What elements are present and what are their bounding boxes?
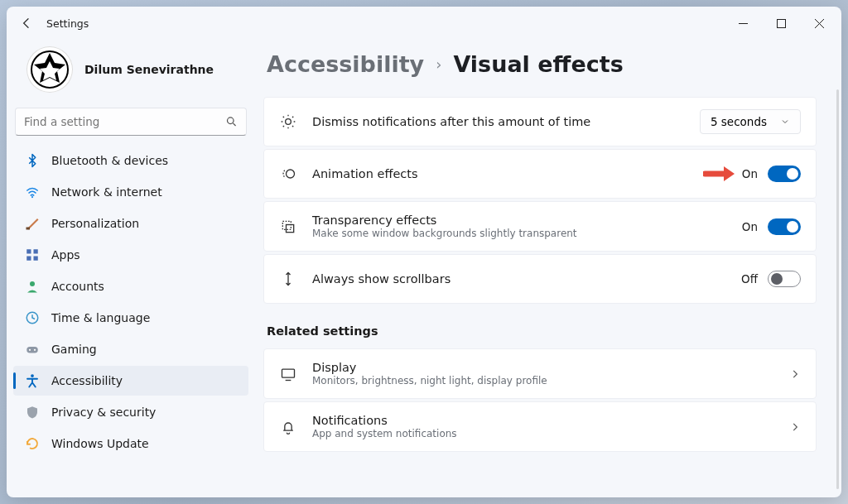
sidebar-item-apps[interactable]: Apps <box>13 240 248 270</box>
page-title: Visual effects <box>453 51 623 77</box>
animation-icon <box>279 166 297 182</box>
dropdown-value: 5 seconds <box>711 115 767 128</box>
svg-rect-12 <box>26 257 31 261</box>
main-content: Accessibility › Visual effects Dismiss n… <box>255 40 841 497</box>
accessibility-icon <box>25 373 40 388</box>
svg-point-19 <box>31 374 34 377</box>
sidebar-item-shield[interactable]: Privacy & security <box>13 397 248 427</box>
setting-title: Always show scrollbars <box>312 272 450 286</box>
titlebar: Settings <box>7 7 841 40</box>
settings-window: Settings Dilum Senevirathne <box>7 7 841 497</box>
svg-rect-1 <box>777 19 785 27</box>
update-icon <box>25 436 40 451</box>
chevron-right-icon: › <box>436 55 441 73</box>
brush-icon <box>25 216 40 231</box>
timer-icon <box>279 113 297 130</box>
window-controls <box>724 7 838 40</box>
breadcrumb-parent[interactable]: Accessibility <box>267 51 424 77</box>
person-icon <box>25 279 40 294</box>
sidebar-item-label: Personalization <box>51 217 139 230</box>
svg-point-17 <box>29 349 31 351</box>
sidebar-item-clock[interactable]: Time & language <box>13 303 248 333</box>
chevron-down-icon <box>780 117 790 127</box>
sidebar-item-label: Network & internet <box>51 185 162 199</box>
transparency-icon <box>279 218 297 235</box>
svg-rect-16 <box>26 347 38 353</box>
nav-list: Bluetooth & devicesNetwork & internetPer… <box>13 146 248 458</box>
app-title: Settings <box>46 17 89 30</box>
related-bell[interactable]: Notifications App and system notificatio… <box>263 401 817 452</box>
toggle-state-label: Off <box>741 272 758 286</box>
minimize-button[interactable] <box>724 7 762 40</box>
sidebar-item-label: Windows Update <box>51 437 149 450</box>
sidebar-item-label: Apps <box>51 248 80 262</box>
sidebar-item-label: Accessibility <box>51 374 123 387</box>
chevron-right-icon <box>789 368 801 380</box>
sidebar-item-label: Accounts <box>51 280 104 293</box>
svg-point-21 <box>287 170 295 178</box>
scrollbar[interactable] <box>836 89 839 489</box>
setting-animation: Animation effects On <box>263 149 817 199</box>
chevron-right-icon <box>789 421 801 433</box>
svg-point-6 <box>227 118 234 124</box>
sidebar-item-label: Bluetooth & devices <box>51 154 168 167</box>
shield-icon <box>25 405 40 420</box>
dismiss-time-dropdown[interactable]: 5 seconds <box>700 109 801 134</box>
user-name: Dilum Senevirathne <box>84 63 214 76</box>
bell-icon <box>279 419 297 435</box>
sidebar-item-person[interactable]: Accounts <box>13 271 248 301</box>
breadcrumb: Accessibility › Visual effects <box>263 51 825 77</box>
apps-icon <box>25 247 40 262</box>
svg-rect-23 <box>287 224 294 232</box>
sidebar-item-wifi[interactable]: Network & internet <box>13 177 248 207</box>
sidebar-item-update[interactable]: Windows Update <box>13 429 248 458</box>
avatar <box>26 46 73 93</box>
arrow-annotation <box>703 164 736 184</box>
display-icon <box>279 366 297 382</box>
animation-toggle[interactable] <box>768 166 801 182</box>
search-icon <box>225 115 238 128</box>
sidebar-item-accessibility[interactable]: Accessibility <box>13 366 248 396</box>
setting-desc: Make some window backgrounds slightly tr… <box>312 228 577 239</box>
svg-rect-13 <box>34 257 38 261</box>
related-title: Notifications <box>312 414 457 427</box>
search-input-wrap[interactable] <box>15 108 247 136</box>
svg-point-8 <box>31 196 33 198</box>
sidebar: Dilum Senevirathne Bluetooth & devicesNe… <box>7 40 255 497</box>
user-profile[interactable]: Dilum Senevirathne <box>13 40 248 108</box>
setting-title: Dismiss notifications after this amount … <box>312 115 590 128</box>
svg-rect-24 <box>282 369 295 377</box>
setting-transparency: Transparency effects Make some window ba… <box>263 201 817 252</box>
wifi-icon <box>25 185 40 199</box>
svg-point-14 <box>30 281 35 286</box>
gamepad-icon <box>25 342 40 357</box>
sidebar-item-label: Gaming <box>51 343 97 356</box>
sidebar-item-label: Privacy & security <box>51 406 156 419</box>
svg-rect-10 <box>26 249 31 253</box>
setting-title: Animation effects <box>312 167 418 180</box>
svg-point-20 <box>286 119 292 125</box>
scrollbars-toggle[interactable] <box>768 271 801 287</box>
setting-title: Transparency effects <box>312 214 577 227</box>
search-input[interactable] <box>24 115 225 128</box>
back-button[interactable] <box>10 7 43 40</box>
clock-icon <box>25 310 40 325</box>
sidebar-item-bluetooth[interactable]: Bluetooth & devices <box>13 146 248 175</box>
toggle-state-label: On <box>742 167 758 180</box>
svg-rect-11 <box>34 249 38 253</box>
bluetooth-icon <box>25 153 40 168</box>
maximize-button[interactable] <box>762 7 800 40</box>
close-button[interactable] <box>800 7 838 40</box>
transparency-toggle[interactable] <box>768 218 801 235</box>
related-desc: Monitors, brightness, night light, displ… <box>312 375 547 386</box>
toggle-state-label: On <box>742 220 758 233</box>
sidebar-item-brush[interactable]: Personalization <box>13 209 248 238</box>
svg-point-18 <box>34 349 36 351</box>
setting-timer: Dismiss notifications after this amount … <box>263 97 817 146</box>
related-desc: App and system notifications <box>312 428 457 439</box>
related-heading: Related settings <box>267 324 817 338</box>
related-display[interactable]: Display Monitors, brightness, night ligh… <box>263 348 817 399</box>
sidebar-item-gamepad[interactable]: Gaming <box>13 334 248 364</box>
related-title: Display <box>312 361 547 374</box>
svg-line-7 <box>233 123 235 126</box>
